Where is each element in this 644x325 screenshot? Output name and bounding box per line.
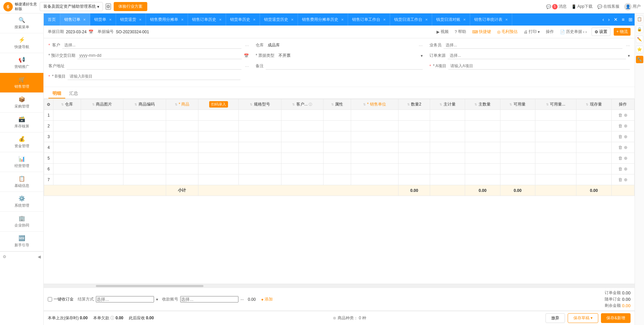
close-icon[interactable]: ✕ [219, 18, 222, 22]
scroll-track[interactable] [96, 285, 203, 287]
tab-sales-fee[interactable]: 销售费用分摊单 ✕ [146, 13, 188, 26]
profit-btn[interactable]: ◎ 毛利预估 [496, 28, 519, 35]
sidebar-item-search[interactable]: 🔍 搜索菜单 [0, 13, 43, 33]
close-icon[interactable]: ✕ [83, 18, 86, 22]
sidebar-item-basic[interactable]: 📋 基础信息 [0, 172, 43, 192]
tab-bill-history[interactable]: 销货单历史 ✕ [226, 13, 260, 26]
sort-icon[interactable]: ⇅ [546, 103, 549, 106]
discard-button[interactable]: 放弃 [545, 313, 565, 323]
close-icon[interactable]: ✕ [341, 18, 344, 22]
close-icon[interactable]: ✕ [109, 18, 112, 22]
sort-icon[interactable]: ⇅ [331, 103, 334, 106]
sidebar-settings-icon[interactable]: ⚙ [3, 254, 6, 259]
sidebar-item-finance[interactable]: 💰 资金管理 [0, 132, 43, 152]
sidebar-item-enterprise[interactable]: 🏢 企业协同 [0, 212, 43, 232]
nav-prev-icon[interactable]: ‹ [600, 13, 606, 26]
sidebar-item-quick[interactable]: ⚡ 快捷导航 [0, 33, 43, 53]
a-project-input[interactable] [448, 63, 630, 70]
sidebar-collapse-icon[interactable]: ◀ [38, 254, 41, 259]
copy-icon[interactable]: ⊕ [624, 156, 628, 161]
actions-btn[interactable]: 操作 [544, 28, 555, 35]
tab-home[interactable]: 首页 [44, 13, 60, 26]
tab-sales-return[interactable]: 销货退货 ✕ [116, 13, 146, 26]
sidebar-item-purchase[interactable]: 📦 采购管理 [0, 93, 43, 113]
order-source-input[interactable] [448, 52, 626, 59]
address-input[interactable] [67, 63, 241, 70]
add-item-button[interactable]: + 物流 [614, 28, 631, 36]
sidebar-item-guide[interactable]: 🆕 新手引导 [0, 232, 43, 251]
delete-icon[interactable]: 🗑 [618, 134, 622, 139]
close-icon[interactable]: ✕ [291, 18, 294, 22]
sort-icon[interactable]: ⇅ [407, 103, 410, 106]
sort-icon[interactable]: ⇅ [61, 103, 64, 106]
b-project-input[interactable] [68, 73, 240, 80]
right-panel-btn-2[interactable]: 🔒 [636, 26, 643, 33]
scan-button[interactable]: 扫码录入 [209, 101, 228, 108]
tab-sales-order[interactable]: 销售订单 ✕ [60, 13, 90, 26]
close-icon[interactable]: ✕ [253, 18, 256, 22]
warehouse-more-icon[interactable]: ··· [419, 43, 423, 48]
settings-gear-icon[interactable]: ⚙ [106, 3, 111, 10]
nav-next-icon[interactable]: › [606, 13, 612, 26]
delete-icon[interactable]: 🗑 [618, 177, 622, 182]
col-gear[interactable]: ⚙ [44, 99, 53, 110]
delivery-date-input[interactable] [77, 52, 242, 59]
sidebar-item-inventory[interactable]: 🗃️ 库存核算 [0, 113, 43, 132]
tab-return-history[interactable]: 销货退货历史 ✕ [260, 13, 298, 26]
delete-icon[interactable]: 🗑 [618, 113, 622, 118]
sort-icon[interactable]: ⇅ [586, 103, 589, 106]
payment-method-input[interactable] [96, 296, 154, 302]
delete-icon[interactable]: 🗑 [618, 145, 622, 150]
bottom-scroll[interactable] [44, 284, 635, 288]
save-new-button[interactable]: 保存&新增 [601, 313, 631, 323]
solution-button[interactable]: 体验行业方案 [114, 2, 147, 11]
tab-fee-history[interactable]: 销售费用分摊单历史 ✕ [298, 13, 348, 26]
tab-sales-stats[interactable]: 销售订单统计表 ✕ [470, 13, 512, 26]
nav-grid-icon[interactable]: ⊞ [627, 13, 635, 26]
close-icon[interactable]: ✕ [425, 18, 428, 22]
close-icon[interactable]: ✕ [139, 18, 142, 22]
date-icon[interactable]: 📅 [244, 53, 249, 58]
receipt-more-icon[interactable]: ··· [240, 297, 244, 302]
print-btn[interactable]: 🖨 打印 ▾ [522, 28, 541, 35]
sidebar-item-system[interactable]: ⚙️ 系统管理 [0, 192, 43, 212]
remark-input[interactable] [266, 63, 423, 70]
right-panel-btn-1[interactable]: 📋 [636, 15, 643, 23]
chevron-down-icon[interactable]: ▾ [591, 316, 593, 320]
invoice-type-chevron-icon[interactable]: ▾ [421, 53, 423, 58]
product-types-icon[interactable]: ⊙ [333, 316, 336, 320]
copy-icon[interactable]: ⊕ [624, 134, 628, 139]
shortcut-btn[interactable]: ⌨ 快捷键 [471, 28, 492, 35]
user-area[interactable]: 👤 用户 [624, 3, 641, 10]
help-btn[interactable]: ? 帮助 [453, 28, 467, 35]
customer-more-icon[interactable]: ··· [245, 43, 249, 48]
copy-icon[interactable]: ⊕ [624, 123, 628, 128]
copy-icon[interactable]: ⊕ [624, 177, 628, 182]
close-icon[interactable]: ✕ [383, 18, 386, 22]
online-service[interactable]: 💬 在线客服 [597, 4, 619, 9]
add-payment-btn[interactable]: ● 添加 [260, 296, 274, 303]
sort-icon[interactable]: ⇅ [135, 103, 137, 106]
tab-detail[interactable]: 明细 [48, 89, 65, 98]
one-click-checkbox[interactable] [48, 297, 52, 301]
tab-sales-bill[interactable]: 销货单 ✕ [90, 13, 116, 26]
receipt-account-input[interactable] [180, 296, 238, 302]
close-icon[interactable]: ✕ [181, 18, 184, 22]
sort-icon[interactable]: ⇅ [475, 103, 477, 106]
info-icon-due[interactable]: ⓘ [110, 316, 114, 320]
save-draft-button[interactable]: 保存草稿 ▾ [568, 313, 598, 323]
payment-chevron-icon[interactable]: ▾ [156, 297, 158, 302]
close-icon[interactable]: ✕ [463, 18, 466, 22]
sidebar-item-marketing[interactable]: 📢 营销推广 [0, 53, 43, 73]
sidebar-item-sales[interactable]: 🛒 销售管理 [0, 73, 43, 93]
calendar-icon[interactable]: 📅 [88, 30, 93, 34]
tab-sales-order-history[interactable]: 销售订单历史 ✕ [188, 13, 226, 26]
right-panel-btn-5[interactable]: 🔧 [636, 56, 643, 63]
address-more-icon[interactable]: ··· [245, 64, 249, 69]
sort-icon[interactable]: ⇅ [175, 103, 178, 106]
close-icon[interactable]: ✕ [505, 18, 508, 22]
view-video-btn[interactable]: ▶ 视频 [435, 28, 450, 35]
sort-icon[interactable]: ⇅ [509, 103, 512, 106]
tab-order-workbench[interactable]: 销售订单工作台 ✕ [348, 13, 390, 26]
delete-icon[interactable]: 🗑 [618, 166, 622, 171]
